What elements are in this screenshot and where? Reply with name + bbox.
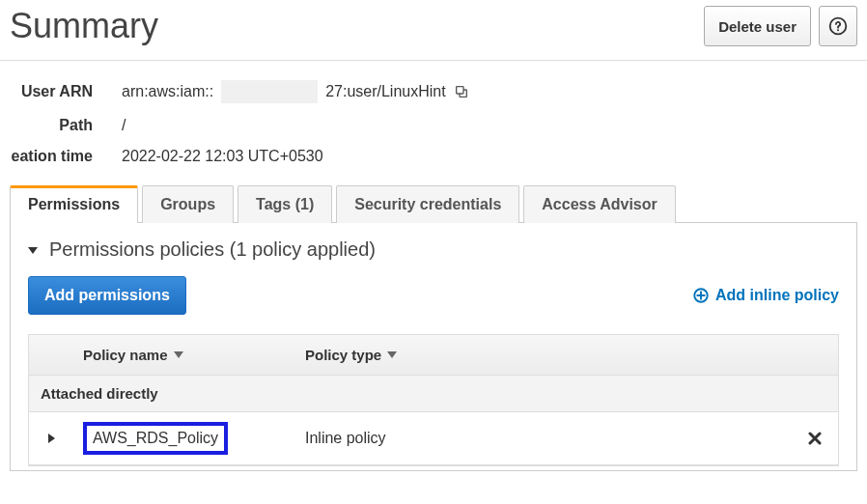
policy-table: Policy name Policy type Attached directl… xyxy=(28,334,839,466)
tab-tags[interactable]: Tags (1) xyxy=(238,185,332,223)
help-button[interactable] xyxy=(819,6,857,46)
permissions-policies-collapse[interactable]: Permissions policies (1 policy applied) xyxy=(28,238,839,261)
creation-time-label: eation time xyxy=(0,148,122,165)
remove-policy-button[interactable] xyxy=(792,432,838,445)
permissions-policies-title: Permissions policies (1 policy applied) xyxy=(49,238,376,261)
help-icon xyxy=(828,16,848,36)
user-arn-value: arn:aws:iam::27:user/LinuxHint xyxy=(122,80,471,103)
copy-icon xyxy=(454,84,469,99)
tab-groups[interactable]: Groups xyxy=(142,185,234,223)
table-row: AWS_RDS_Policy Inline policy xyxy=(29,412,838,465)
policy-type-value: Inline policy xyxy=(297,416,792,461)
svg-point-1 xyxy=(837,29,839,31)
creation-time-value: 2022-02-22 12:03 UTC+0530 xyxy=(122,148,323,165)
tabs-bar: Permissions Groups Tags (1) Security cre… xyxy=(10,184,857,223)
plus-circle-icon xyxy=(692,287,710,304)
add-permissions-button[interactable]: Add permissions xyxy=(28,276,186,315)
svg-rect-3 xyxy=(456,87,462,94)
user-arn-label: User ARN xyxy=(0,83,122,100)
sort-caret-icon xyxy=(174,351,183,359)
policy-name-link[interactable]: AWS_RDS_Policy xyxy=(83,422,228,455)
expand-row-toggle[interactable] xyxy=(29,420,75,457)
copy-arn-button[interactable] xyxy=(452,82,471,101)
tab-permissions[interactable]: Permissions xyxy=(10,185,138,223)
close-icon xyxy=(808,432,822,445)
caret-down-icon xyxy=(28,245,38,255)
redacted-account-id xyxy=(221,80,318,103)
col-header-policy-name[interactable]: Policy name xyxy=(75,335,297,375)
path-value: / xyxy=(122,117,126,134)
group-header-attached-directly: Attached directly xyxy=(29,376,838,412)
col-header-policy-type[interactable]: Policy type xyxy=(297,335,792,375)
sort-caret-icon xyxy=(387,351,397,359)
path-label: Path xyxy=(0,117,122,134)
caret-right-icon xyxy=(48,434,56,443)
delete-user-button[interactable]: Delete user xyxy=(704,6,811,46)
add-inline-policy-link[interactable]: Add inline policy xyxy=(692,287,839,304)
page-title: Summary xyxy=(10,6,158,46)
tab-access-advisor[interactable]: Access Advisor xyxy=(523,185,675,223)
tab-security-credentials[interactable]: Security credentials xyxy=(336,185,519,223)
